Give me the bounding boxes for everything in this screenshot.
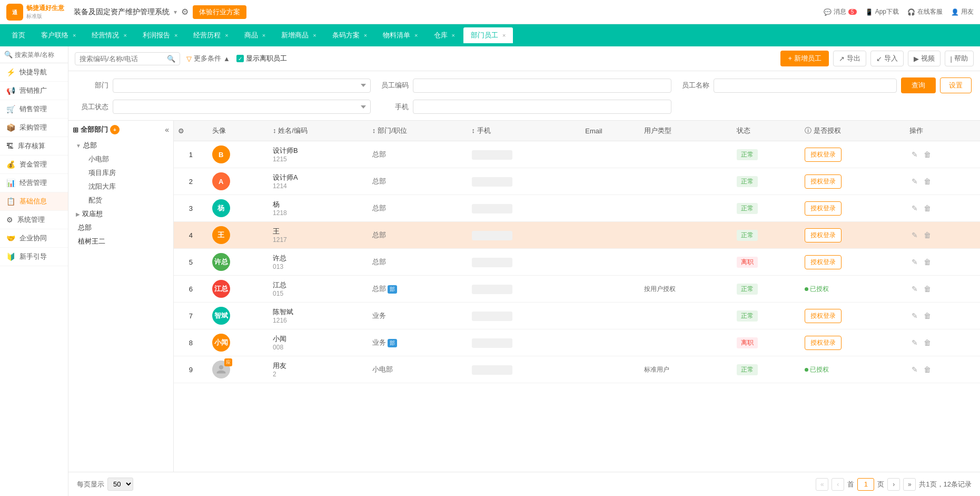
sidebar-search[interactable]: 🔍: [0, 46, 68, 63]
view-btn[interactable]: ▶ 视频: [908, 51, 941, 66]
close-tab-icon[interactable]: ×: [364, 32, 367, 38]
add-employee-btn[interactable]: + 新增员工: [780, 51, 828, 66]
nav-tab-商品[interactable]: 商品×: [237, 27, 273, 43]
close-tab-icon[interactable]: ×: [73, 32, 76, 38]
edit-btn[interactable]: ✎: [909, 364, 920, 375]
message-btn[interactable]: 💬 消息 5: [824, 7, 857, 16]
query-btn[interactable]: 查询: [901, 77, 936, 93]
sidebar-item-system[interactable]: ⚙系统管理: [0, 211, 68, 229]
edit-btn[interactable]: ✎: [909, 257, 920, 267]
import-btn[interactable]: ↙ 导入: [870, 51, 904, 66]
more-conditions-btn[interactable]: ▽ 更多条件 ▲: [186, 54, 230, 63]
edit-btn[interactable]: ✎: [909, 230, 920, 240]
sidebar-item-basic[interactable]: 📋基础信息: [0, 192, 68, 211]
delete-btn[interactable]: 🗑: [922, 337, 933, 348]
sidebar-item-marketing[interactable]: 📢营销推广: [0, 82, 68, 100]
search-icon-btn[interactable]: 🔍: [167, 55, 175, 63]
nav-tab-物料清单[interactable]: 物料清单×: [375, 27, 425, 43]
export-btn[interactable]: ↗ 导出: [833, 51, 866, 66]
delete-btn[interactable]: 🗑: [922, 257, 933, 267]
delete-btn[interactable]: 🗑: [922, 230, 933, 240]
delete-btn[interactable]: 🗑: [922, 310, 933, 321]
dept-collapse-btn[interactable]: «: [165, 125, 169, 134]
nav-tab-部门员工[interactable]: 部门员工×: [463, 27, 513, 43]
close-tab-icon[interactable]: ×: [225, 32, 228, 38]
auth-dot-icon: [805, 287, 808, 291]
status-select[interactable]: [113, 100, 371, 114]
help-btn[interactable]: | 帮助: [945, 51, 974, 66]
nav-tab-条码方案[interactable]: 条码方案×: [325, 27, 374, 43]
close-tab-icon[interactable]: ×: [452, 32, 455, 38]
dept-node-zongbu2[interactable]: 总部: [73, 221, 169, 235]
edit-btn[interactable]: ✎: [909, 310, 920, 321]
edit-btn[interactable]: ✎: [909, 203, 920, 213]
prev-page-btn[interactable]: ‹: [831, 478, 844, 491]
sidebar-item-sales[interactable]: 🛒销售管理: [0, 100, 68, 119]
nav-tab-仓库[interactable]: 仓库×: [427, 27, 462, 43]
close-tab-icon[interactable]: ×: [262, 32, 265, 38]
first-page-btn[interactable]: «: [816, 478, 828, 491]
delete-btn[interactable]: 🗑: [922, 364, 933, 375]
close-tab-icon[interactable]: ×: [414, 32, 418, 38]
page-current-input[interactable]: [857, 478, 874, 491]
sidebar-item-operations[interactable]: 📊经营管理: [0, 174, 68, 192]
auth-button[interactable]: 授权登录: [805, 201, 842, 216]
nav-tab-客户联络[interactable]: 客户联络×: [34, 27, 83, 43]
sidebar-item-finance[interactable]: 💰资金管理: [0, 155, 68, 174]
auth-button[interactable]: 授权登录: [805, 336, 842, 350]
dept-node-zongbu[interactable]: ▼总部: [73, 139, 169, 152]
nav-tab-经营情况[interactable]: 经营情况×: [84, 27, 134, 43]
edit-btn[interactable]: ✎: [909, 337, 920, 348]
employee-search-input[interactable]: [80, 55, 164, 63]
search-input[interactable]: [15, 51, 64, 59]
nav-tab-首页[interactable]: 首页: [4, 27, 33, 43]
dept-leaf-xiaodianbu[interactable]: 小电部: [80, 152, 169, 166]
edit-btn[interactable]: ✎: [909, 149, 920, 160]
show-left-employee-toggle[interactable]: ✓ 显示离职员工: [236, 54, 287, 63]
close-tab-icon[interactable]: ×: [174, 32, 177, 38]
dept-leaf-xiangmukufang[interactable]: 项目库房: [80, 166, 169, 180]
sidebar-item-quick-nav[interactable]: ⚡快捷导航: [0, 63, 68, 82]
close-tab-icon[interactable]: ×: [123, 32, 126, 38]
app-download-btn[interactable]: 📱 App下载: [865, 7, 899, 16]
experience-btn[interactable]: 体验行业方案: [193, 5, 246, 19]
delete-btn[interactable]: 🗑: [922, 203, 933, 213]
auth-button[interactable]: 授权登录: [805, 255, 842, 269]
phone-input[interactable]: [413, 100, 671, 114]
system-title-arrow[interactable]: ▾: [174, 8, 177, 16]
page-size-select[interactable]: 50: [107, 478, 133, 491]
dept-select[interactable]: [113, 79, 371, 93]
dept-leaf-peihuo[interactable]: 配货: [80, 193, 169, 207]
dept-node-shuangmiao[interactable]: ▶双庙想: [73, 207, 169, 221]
filter-settings-btn[interactable]: 设置: [940, 77, 972, 93]
nav-tab-利润报告[interactable]: 利润报告×: [135, 27, 185, 43]
dept-node-zhishu[interactable]: 植树王二: [73, 235, 169, 248]
delete-btn[interactable]: 🗑: [922, 176, 933, 187]
sidebar-item-inventory[interactable]: 🏗库存核算: [0, 137, 68, 155]
nav-tab-新增商品[interactable]: 新增商品×: [274, 27, 323, 43]
close-tab-icon[interactable]: ×: [502, 32, 506, 38]
edit-btn[interactable]: ✎: [909, 284, 920, 294]
edit-btn[interactable]: ✎: [909, 176, 920, 187]
auth-button[interactable]: 授权登录: [805, 228, 842, 242]
last-page-btn[interactable]: »: [903, 478, 916, 491]
search-box[interactable]: 🔍: [75, 52, 180, 65]
sidebar-item-purchase[interactable]: 📦采购管理: [0, 119, 68, 137]
online-service-btn[interactable]: 🎧 在线客服: [907, 7, 943, 16]
user-btn[interactable]: 👤 用友: [951, 7, 974, 16]
delete-btn[interactable]: 🗑: [922, 149, 933, 160]
sidebar-item-cooperation[interactable]: 🤝企业协同: [0, 229, 68, 248]
delete-btn[interactable]: 🗑: [922, 284, 933, 294]
employee-code-input[interactable]: [413, 79, 671, 93]
settings-icon[interactable]: ⚙: [181, 7, 189, 17]
dept-leaf-shenyangdaku[interactable]: 沈阳大库: [80, 180, 169, 193]
close-tab-icon[interactable]: ×: [313, 32, 316, 38]
nav-tab-经营历程[interactable]: 经营历程×: [186, 27, 235, 43]
auth-button[interactable]: 授权登录: [805, 148, 842, 162]
sidebar-item-label: 销售管理: [19, 104, 47, 114]
next-page-btn[interactable]: ›: [887, 478, 900, 491]
auth-button[interactable]: 授权登录: [805, 309, 842, 323]
employee-name-input[interactable]: [714, 79, 897, 93]
auth-button[interactable]: 授权登录: [805, 174, 842, 189]
sidebar-item-guide[interactable]: 🔰新手引导: [0, 248, 68, 266]
